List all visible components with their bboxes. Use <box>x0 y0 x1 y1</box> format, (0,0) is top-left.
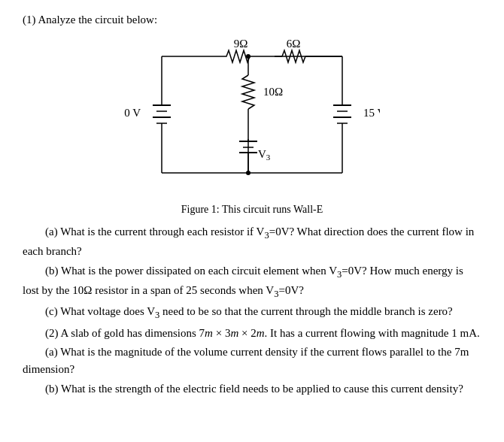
question-1b: (b) What is the power dissipated on each… <box>23 262 481 302</box>
v3-label: V3 <box>258 148 271 162</box>
junction-top <box>246 54 250 59</box>
resistor-label-10: 10Ω <box>263 86 283 98</box>
voltage-label-15: 15 V <box>363 107 380 119</box>
figure-caption: Figure 1: This circuit runs Wall-E <box>23 204 481 216</box>
junction-bottom <box>246 171 250 175</box>
resistor-label-9: 9Ω <box>234 38 248 50</box>
problem-header: (1) Analyze the circuit below: <box>23 14 481 26</box>
question-1a: (a) What is the current through each res… <box>23 223 481 261</box>
resistor-label-6: 6Ω <box>287 38 301 50</box>
circuit-diagram: 9Ω 6Ω 10Ω 30 V 15 V V3 <box>23 34 481 199</box>
circuit-svg: 9Ω 6Ω 10Ω 30 V 15 V V3 <box>124 34 380 199</box>
problem-2-intro: (2) A slab of gold has dimensions 7m × 3… <box>23 325 481 342</box>
question-2b: (b) What is the strength of the electric… <box>23 380 481 398</box>
voltage-label-30: 30 V <box>124 107 141 119</box>
question-2a: (a) What is the magnitude of the volume … <box>23 344 481 379</box>
question-1c: (c) What voltage does V3 need to be so t… <box>23 303 481 322</box>
questions-section: (a) What is the current through each res… <box>23 223 481 398</box>
